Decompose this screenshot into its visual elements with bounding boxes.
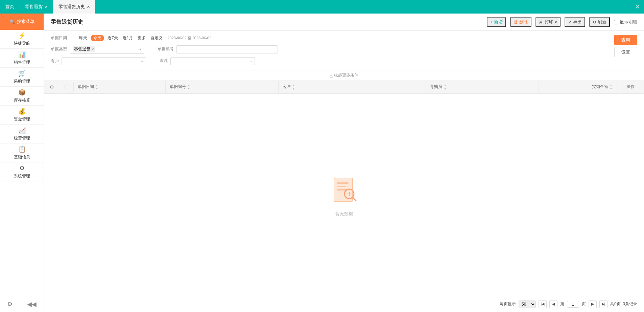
date-opt-today[interactable]: 今天	[91, 35, 104, 41]
tab-retail-return-label: 零售退货	[25, 4, 43, 10]
filter-settings-button[interactable]: 设置	[614, 47, 637, 57]
doc-type-tag-label: 零售退货	[74, 46, 90, 52]
window-close-button[interactable]: ✕	[630, 0, 644, 14]
th-amount-label: 实销金额	[592, 84, 608, 90]
sidebar-item-quick-nav-label: 快捷导航	[14, 41, 30, 46]
th-number-label: 单据编号	[170, 84, 186, 90]
search-menu-button[interactable]: 🔍 搜索菜单	[0, 14, 44, 30]
display-detail-checkbox[interactable]	[614, 20, 618, 24]
sidebar-item-operation-mgmt[interactable]: 📈 经营管理	[0, 125, 44, 143]
date-opt-more[interactable]: 更多	[136, 35, 147, 41]
sidebar-item-quick-nav[interactable]: ⚡ 快捷导航	[0, 30, 44, 49]
th-number[interactable]: 单据编号 ▲▼	[166, 81, 279, 93]
goods-label: 商品	[160, 59, 168, 64]
settings-col-icon: ⚙	[50, 84, 54, 90]
per-page-select[interactable]: 50 10 20 100	[519, 300, 536, 308]
filter-top-row: 单据日期 昨天 今天 近7天 近1月 更多 自定义 2023-06-02 至 2…	[51, 35, 637, 70]
th-customer[interactable]: 客户 ▲▼	[279, 81, 426, 93]
collapse-label: 收起更多条件	[334, 72, 358, 78]
select-all-checkbox[interactable]	[65, 85, 69, 89]
customer-field: 客户 ···	[51, 57, 146, 65]
tab-retail-return-close[interactable]: ✕	[45, 5, 48, 9]
date-opt-7days[interactable]: 近7天	[106, 35, 119, 41]
delete-button[interactable]: 🗑 删除	[510, 17, 531, 27]
doc-number-field: 单据编号	[158, 45, 278, 53]
sidebar-item-sales-mgmt[interactable]: 📊 销售管理	[0, 49, 44, 68]
customer-label: 客户	[51, 59, 59, 64]
tab-retail-return[interactable]: 零售退货 ✕	[20, 0, 53, 14]
th-actions: 操作	[617, 81, 644, 92]
collapse-icon: △	[330, 73, 333, 78]
page-number-input[interactable]	[567, 301, 579, 308]
sidebar-item-purchase-mgmt[interactable]: 🛒 采购管理	[0, 68, 44, 87]
goods-dots: ···	[248, 59, 252, 64]
tab-home-label: 首页	[5, 4, 14, 10]
print-button[interactable]: 🖨 打印 ▾	[535, 17, 560, 27]
date-options: 昨天 今天 近7天 近1月 更多 自定义 2023-06-02 至 2023-0…	[78, 35, 211, 41]
sidebar-item-basic-info[interactable]: 📋 基础信息	[0, 143, 44, 162]
sidebar-item-inventory[interactable]: 📦 库存核算	[0, 87, 44, 106]
refresh-button[interactable]: ↻ 刷新	[589, 17, 610, 27]
settings-bottom-icon[interactable]: ⚙	[7, 300, 13, 308]
date-sort-icon: ▲▼	[95, 84, 98, 90]
page-header: 零售退货历史 + 新增 🗑 删除 🖨 打印 ▾ ↗ 导出 ↻ 刷新	[44, 14, 644, 31]
audio-icon[interactable]: ◀◀	[27, 300, 37, 308]
sidebar-item-inventory-label: 库存核算	[14, 97, 30, 103]
goods-input[interactable]: ···	[170, 57, 255, 65]
svg-line-5	[353, 197, 356, 201]
date-opt-custom[interactable]: 自定义	[149, 35, 164, 41]
filter-date-row: 单据日期 昨天 今天 近7天 近1月 更多 自定义 2023-06-02 至 2…	[51, 35, 614, 41]
print-icon: 🖨	[539, 20, 543, 25]
date-label: 单据日期	[51, 35, 78, 41]
tab-retail-return-history-close[interactable]: ✕	[87, 5, 90, 9]
export-button[interactable]: ↗ 导出	[565, 17, 585, 27]
th-customer-label: 客户	[283, 84, 291, 90]
date-opt-1month[interactable]: 近1月	[121, 35, 135, 41]
date-opt-yesterday[interactable]: 昨天	[78, 35, 89, 41]
sidebar-item-finance-label: 资金管理	[14, 116, 30, 122]
last-page-button[interactable]: ▶|	[599, 300, 607, 308]
sidebar-item-system-label: 系统管理	[14, 173, 30, 179]
tab-list: 首页 零售退货 ✕ 零售退货历史 ✕	[0, 0, 630, 14]
th-date[interactable]: 单据日期 ▲▼	[74, 81, 166, 93]
th-amount[interactable]: 实销金额 ▲▼	[539, 81, 617, 93]
goods-field: 商品 ···	[160, 57, 255, 65]
header-actions: + 新增 🗑 删除 🖨 打印 ▾ ↗ 导出 ↻ 刷新 显示明细	[487, 17, 637, 27]
doc-number-label: 单据编号	[158, 46, 174, 52]
doc-type-field: 单据类型 零售退货 ✕ ▾	[51, 45, 144, 54]
prev-page-button[interactable]: ◀	[549, 300, 557, 308]
tab-retail-return-history[interactable]: 零售退货历史 ✕	[53, 0, 95, 14]
basic-info-icon: 📋	[18, 146, 26, 153]
first-page-button[interactable]: |◀	[539, 300, 547, 308]
collapse-bar[interactable]: △ 收起更多条件	[51, 70, 637, 80]
doc-type-select[interactable]: 零售退货 ✕ ▾	[70, 45, 144, 54]
doc-type-label: 单据类型	[51, 46, 67, 52]
customer-dots: ···	[140, 59, 143, 64]
sidebar: 🔍 搜索菜单 ⚡ 快捷导航 📊 销售管理 🛒 采购管理 📦 库存核算 💰 资金管…	[0, 14, 44, 312]
display-detail-toggle[interactable]: 显示明细	[614, 19, 637, 25]
customer-input[interactable]: ···	[62, 57, 146, 65]
next-page-button[interactable]: ▶	[589, 300, 597, 308]
filter-row2: 单据类型 零售退货 ✕ ▾ 单据编号	[51, 45, 614, 54]
th-guide[interactable]: 导购员 ▲▼	[426, 81, 539, 93]
table-header: ⚙ 单据日期 ▲▼ 单据编号 ▲▼ 客户 ▲▼ 导购员	[44, 80, 644, 94]
add-button[interactable]: + 新增	[487, 17, 506, 27]
finance-icon: 💰	[18, 108, 26, 115]
th-settings[interactable]: ⚙	[44, 82, 60, 92]
empty-icon	[327, 173, 361, 207]
doc-type-arrow-icon: ▾	[139, 47, 141, 51]
sidebar-item-sales-label: 销售管理	[14, 60, 30, 65]
empty-text: 暂无数据	[335, 211, 353, 217]
tab-home[interactable]: 首页	[0, 0, 20, 14]
sidebar-item-basic-info-label: 基础信息	[14, 154, 30, 160]
operation-icon: 📈	[18, 127, 26, 134]
customer-sort-icon: ▲▼	[292, 84, 295, 90]
query-button[interactable]: 查询	[614, 35, 637, 45]
inventory-icon: 📦	[18, 89, 26, 96]
doc-number-input[interactable]	[176, 45, 278, 53]
filter-left: 单据日期 昨天 今天 近7天 近1月 更多 自定义 2023-06-02 至 2…	[51, 35, 614, 69]
sidebar-item-finance-mgmt[interactable]: 💰 资金管理	[0, 106, 44, 125]
th-checkbox[interactable]	[60, 82, 74, 92]
doc-type-tag-close[interactable]: ✕	[91, 47, 94, 51]
sidebar-item-system-mgmt[interactable]: ⚙ 系统管理	[0, 162, 44, 181]
